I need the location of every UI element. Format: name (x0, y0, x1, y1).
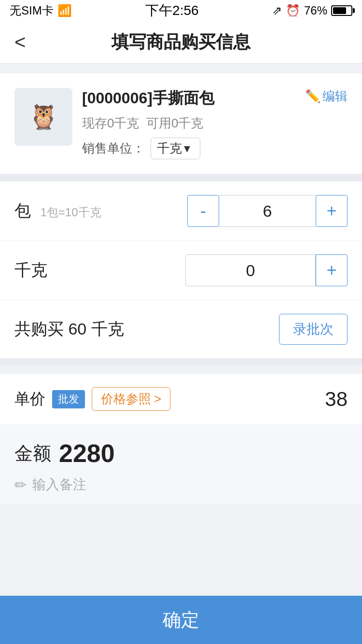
price-section: 单价 批发 价格参照 > 38 (0, 374, 362, 424)
amount-value: 2280 (59, 439, 115, 468)
status-right: ⇗ ⏰ 76% (272, 4, 352, 17)
separator-2 (0, 358, 362, 366)
price-value: 38 (325, 388, 348, 411)
amount-label: 金额 (14, 441, 51, 466)
remark-row[interactable]: ✏ 输入备注 (14, 476, 348, 494)
back-button[interactable]: < (14, 31, 26, 53)
kg-controls: + (185, 254, 348, 286)
kg-input-row: 千克 + (0, 241, 362, 300)
carrier-text: 无SIM卡 (10, 3, 54, 18)
status-time: 下午2:56 (145, 1, 199, 20)
bag-label: 包 1包=10千克 (14, 200, 187, 222)
product-name: [0000006]手撕面包 (82, 88, 295, 109)
remark-placeholder[interactable]: 输入备注 (32, 476, 86, 494)
product-thumbnail: 🦉 (14, 88, 72, 146)
summary-row: 共购买 60 千克 录批次 (0, 300, 362, 358)
alarm-icon: ⏰ (286, 4, 300, 17)
price-ref-label: 价格参照 (101, 391, 151, 407)
bag-input-row: 包 1包=10千克 - + (0, 182, 362, 241)
price-label: 单价 (14, 389, 45, 410)
kg-label: 千克 (14, 259, 185, 281)
chevron-down-icon: ▾ (184, 141, 190, 156)
edit-icon: ✏️ (305, 89, 320, 104)
summary-text: 共购买 60 千克 (14, 318, 124, 340)
bag-decrement-button[interactable]: - (187, 195, 219, 227)
separator-1 (0, 174, 362, 182)
kg-increment-button[interactable]: + (316, 254, 348, 286)
batch-button[interactable]: 录批次 (279, 314, 348, 345)
product-stock: 现存0千克 可用0千克 (82, 115, 295, 132)
chevron-right-icon: > (154, 392, 161, 406)
page-title: 填写商品购买信息 (111, 30, 251, 54)
price-row: 单价 批发 价格参照 > 38 (14, 387, 348, 411)
battery-percent: 76% (304, 4, 327, 17)
product-unit-row: 销售单位： 千克 ▾ (82, 138, 295, 159)
input-section: 包 1包=10千克 - + 千克 + (0, 182, 362, 300)
status-left: 无SIM卡 📶 (10, 3, 72, 18)
bag-hint: 1包=10千克 (40, 206, 101, 219)
bag-increment-button[interactable]: + (316, 195, 348, 227)
product-actions: ✏️ 编辑 (305, 88, 348, 105)
price-tag: 批发 (52, 390, 85, 408)
amount-section: 金额 2280 ✏ 输入备注 (0, 424, 362, 504)
product-info: [0000006]手撕面包 现存0千克 可用0千克 销售单位： 千克 ▾ (82, 88, 295, 159)
confirm-button[interactable]: 确定 (0, 596, 362, 644)
wifi-icon: 📶 (57, 4, 72, 17)
bag-controls: - + (187, 195, 348, 227)
price-reference-button[interactable]: 价格参照 > (92, 387, 170, 411)
unit-label: 销售单位： (82, 140, 145, 157)
owl-icon: 🦉 (28, 103, 58, 131)
unit-select[interactable]: 千克 ▾ (151, 138, 200, 159)
bag-quantity-input[interactable] (219, 195, 316, 227)
location-icon: ⇗ (272, 4, 282, 17)
nav-bar: < 填写商品购买信息 (0, 21, 362, 64)
kg-quantity-input[interactable] (185, 254, 316, 286)
amount-row: 金额 2280 (14, 439, 348, 468)
battery-icon (331, 5, 352, 16)
edit-button[interactable]: ✏️ 编辑 (305, 88, 348, 105)
product-card: 🦉 [0000006]手撕面包 现存0千克 可用0千克 销售单位： 千克 ▾ ✏… (0, 73, 362, 174)
pencil-icon: ✏ (14, 476, 27, 493)
status-bar: 无SIM卡 📶 下午2:56 ⇗ ⏰ 76% (0, 0, 362, 21)
